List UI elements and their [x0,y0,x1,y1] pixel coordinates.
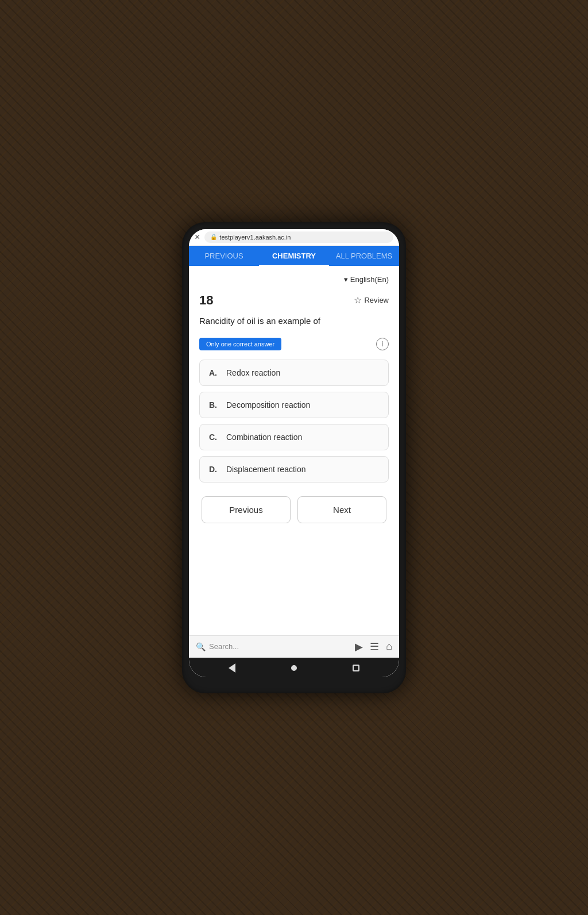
star-icon: ☆ [354,295,362,306]
tab-previous[interactable]: PREVIOUS [189,246,259,266]
question-header: 18 ☆ Review [199,293,389,308]
option-d-label: D. [209,465,219,474]
menu-icon[interactable]: ☰ [370,640,379,653]
url-text: testplayerv1.aakash.ac.in [219,234,291,241]
option-d-text: Displacement reaction [226,465,306,474]
option-b-label: B. [209,400,219,410]
language-selector: ▾ English(En) [199,275,389,284]
tab-all-problems[interactable]: ALL PROBLEMS [329,246,399,266]
android-nav-bar [189,658,399,677]
question-text: Rancidity of oil is an example of [199,315,389,328]
recents-button[interactable] [353,665,359,671]
lock-icon: 🔒 [210,234,217,240]
close-icon[interactable]: × [195,232,200,242]
bottom-bar: 🔍 Search... ▶ ☰ ⌂ [189,635,399,658]
option-a[interactable]: A. Redox reaction [199,360,389,386]
chevron-down-icon: ▾ [344,275,348,284]
review-label: Review [364,296,389,304]
option-c[interactable]: C. Combination reaction [199,424,389,450]
nav-buttons: Previous Next [199,496,389,523]
url-bar: 🔒 testplayerv1.aakash.ac.in [204,231,393,243]
browser-bar: × 🔒 testplayerv1.aakash.ac.in [189,229,399,246]
option-a-label: A. [209,368,219,377]
language-dropdown[interactable]: ▾ English(En) [344,275,389,284]
main-content: ▾ English(En) 18 ☆ Review Rancidity of o… [189,266,399,635]
search-placeholder: Search... [209,642,239,651]
nav-tabs: PREVIOUS CHEMISTRY ALL PROBLEMS [189,246,399,266]
option-c-text: Combination reaction [226,433,302,442]
option-a-text: Redox reaction [226,368,280,377]
options-list: A. Redox reaction B. Decomposition react… [199,360,389,482]
language-label: English(En) [350,275,389,284]
back-button[interactable] [229,663,235,673]
option-c-label: C. [209,433,219,442]
answer-type-row: Only one correct answer i [199,338,389,350]
home-icon[interactable]: ⌂ [386,640,392,653]
answer-type-badge: Only one correct answer [199,338,281,350]
info-icon[interactable]: i [376,338,389,350]
tab-chemistry[interactable]: CHEMISTRY [259,246,329,266]
option-b[interactable]: B. Decomposition reaction [199,392,389,418]
question-number: 18 [199,293,213,308]
previous-button[interactable]: Previous [202,496,291,523]
search-area[interactable]: 🔍 Search... [196,642,348,651]
review-button[interactable]: ☆ Review [354,295,389,306]
home-button[interactable] [291,665,297,671]
option-b-text: Decomposition reaction [226,400,310,410]
search-icon: 🔍 [196,642,206,651]
option-d[interactable]: D. Displacement reaction [199,456,389,482]
play-icon[interactable]: ▶ [355,640,363,653]
next-button[interactable]: Next [297,496,386,523]
